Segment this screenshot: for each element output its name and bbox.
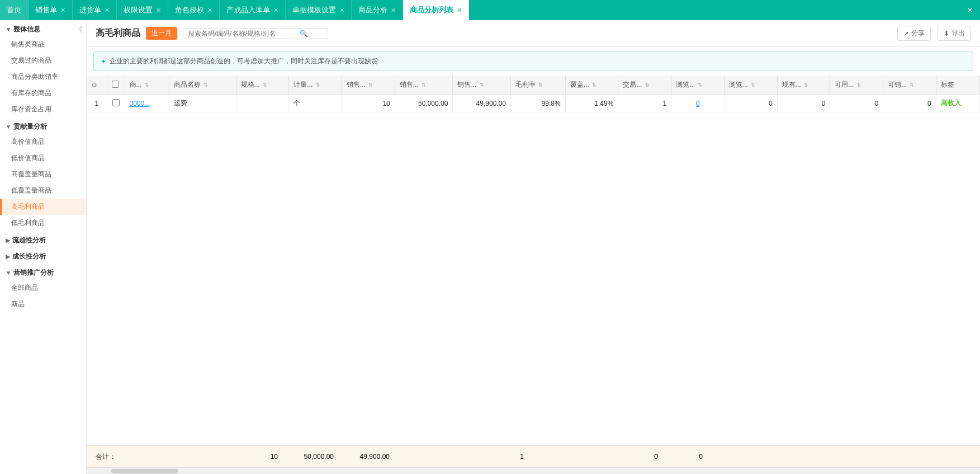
sidebar-item-all-goods[interactable]: 全部商品: [0, 280, 86, 296]
sidebar-item-high-value[interactable]: 高价值商品: [0, 134, 86, 150]
sidebar-item-low-coverage[interactable]: 低覆盖量商品: [0, 182, 86, 199]
sort-icon-code: ⇅: [145, 82, 149, 88]
td-code[interactable]: 0000...: [125, 95, 169, 112]
th-current[interactable]: 现有... ⇅: [777, 76, 830, 95]
sidebar-item-low-value[interactable]: 低价值商品: [0, 150, 86, 166]
th-sale-qty[interactable]: 销售... ⇅: [342, 76, 395, 95]
settings-icon[interactable]: ⚙: [91, 81, 97, 89]
tab-analysis[interactable]: 商品分析 ✕: [352, 0, 403, 20]
tab-products[interactable]: 产成品入库单 ✕: [220, 0, 286, 20]
td-sale-qty: 10: [342, 95, 395, 112]
close-tab-permissions[interactable]: ✕: [156, 7, 161, 14]
footer-available: 0: [662, 453, 707, 461]
sort-icon-browse2: ⇅: [751, 82, 755, 88]
content-header: 高毛利商品 近一月 🔍 ↗ 分享 ⬇ 导出: [87, 20, 980, 47]
th-name[interactable]: 商品名称 ⇅: [169, 76, 236, 95]
search-box: 🔍: [183, 28, 328, 39]
th-browse2[interactable]: 浏览... ⇅: [724, 76, 777, 95]
sidebar-group-marketing[interactable]: ▼ 营销推广分析: [0, 264, 86, 280]
sidebar-collapse-btn[interactable]: 《: [75, 25, 83, 35]
sidebar-item-traded-goods[interactable]: 交易过的商品: [0, 53, 86, 69]
arrow-growth: ▶: [6, 254, 10, 260]
tab-sales[interactable]: 销售单 ✕: [29, 0, 73, 20]
close-tab-templates[interactable]: ✕: [339, 7, 344, 14]
close-tab-purchase[interactable]: ✕: [105, 7, 110, 14]
share-icon: ↗: [903, 30, 909, 37]
sidebar: 《 ▼ 整体信息 销售类商品 交易过的商品 商品分类助销率 有库存的商品 库存资…: [0, 20, 87, 474]
th-sale-profit[interactable]: 销售... ⇅: [453, 76, 511, 95]
sidebar-item-high-coverage[interactable]: 高覆盖量商品: [0, 166, 86, 182]
th-browse1[interactable]: 浏览... ⇅: [671, 76, 725, 95]
sidebar-item-sales-goods[interactable]: 销售类商品: [0, 36, 86, 53]
close-tab-products[interactable]: ✕: [273, 7, 278, 14]
select-all-checkbox[interactable]: [112, 81, 119, 88]
th-trade[interactable]: 交易... ⇅: [618, 76, 671, 95]
td-tag: 高收入: [936, 95, 979, 112]
arrow-marketing: ▼: [6, 270, 11, 276]
footer-sale-amt: 50,000.00: [282, 453, 338, 461]
td-sale-profit: 49,900.00: [453, 95, 511, 112]
td-coverage: 1.49%: [565, 95, 618, 112]
sidebar-item-in-stock[interactable]: 有库存的商品: [0, 85, 86, 101]
arrow-general: ▼: [6, 26, 11, 32]
close-all-tabs[interactable]: ✕: [960, 0, 980, 20]
sidebar-item-stock-capital[interactable]: 库存资金占用: [0, 101, 86, 118]
search-icon[interactable]: 🔍: [300, 30, 308, 37]
sidebar-group-trend[interactable]: ▶ 流趋性分析: [0, 231, 86, 247]
sidebar-item-category-rate[interactable]: 商品分类助销率: [0, 69, 86, 85]
sidebar-group-growth[interactable]: ▶ 成长性分析: [0, 247, 86, 264]
row-checkbox[interactable]: [112, 99, 120, 106]
close-tab-analysis-list[interactable]: ✕: [457, 7, 462, 14]
footer-label: 合计：: [87, 452, 238, 462]
th-sale-amt[interactable]: 销售... ⇅: [395, 76, 453, 95]
tab-roles[interactable]: 角色授权 ✕: [168, 0, 220, 20]
info-icon: ✦: [101, 58, 106, 65]
sort-icon-salable: ⇅: [910, 82, 914, 88]
th-tag[interactable]: 标签: [936, 76, 979, 95]
footer-browse2: [573, 453, 618, 461]
close-tab-sales[interactable]: ✕: [60, 7, 65, 14]
sort-icon-sale-amt: ⇅: [422, 82, 426, 88]
sort-icon-spec: ⇅: [263, 82, 267, 88]
th-coverage[interactable]: 覆盖... ⇅: [565, 76, 618, 95]
arrow-trend: ▶: [6, 237, 10, 243]
th-available[interactable]: 可用... ⇅: [830, 76, 883, 95]
table-container[interactable]: ⚙ 商... ⇅ 商品名称 ⇅: [87, 76, 980, 445]
td-checkbox: [107, 95, 125, 112]
th-spec[interactable]: 规格... ⇅: [236, 76, 289, 95]
sidebar-item-new-goods[interactable]: 新品: [0, 296, 86, 312]
sidebar-item-high-margin[interactable]: 高毛利商品: [0, 199, 86, 215]
scroll-bar-area[interactable]: [87, 467, 980, 474]
th-settings[interactable]: ⚙: [87, 76, 107, 95]
tab-permissions[interactable]: 权限设置 ✕: [117, 0, 168, 20]
arrow-contribution: ▼: [6, 124, 11, 130]
close-tab-roles[interactable]: ✕: [207, 7, 212, 14]
export-btn[interactable]: ⬇ 导出: [938, 26, 971, 41]
th-unit[interactable]: 计量... ⇅: [289, 76, 342, 95]
th-gross-rate[interactable]: 毛利率 ⇅: [511, 76, 566, 95]
th-code[interactable]: 商... ⇅: [125, 76, 169, 95]
th-checkbox: [107, 76, 125, 95]
content-area: 高毛利商品 近一月 🔍 ↗ 分享 ⬇ 导出 ✦ 企业的主要的利润都是这部分商品创…: [87, 20, 980, 474]
tab-analysis-list[interactable]: 商品分析列表 ✕: [403, 0, 469, 20]
info-banner: ✦ 企业的主要的利润都是这部分商品创造的，可考虑加大推广，同时关注库存是不要出现…: [93, 51, 973, 71]
td-current: 0: [777, 95, 830, 112]
sidebar-item-low-margin[interactable]: 低毛利商品: [0, 215, 86, 231]
sort-icon-unit: ⇅: [316, 82, 320, 88]
sort-icon-trade: ⇅: [645, 82, 650, 88]
td-browse1[interactable]: 0: [671, 95, 725, 112]
search-input[interactable]: [188, 30, 300, 37]
share-btn[interactable]: ↗ 分享: [897, 26, 931, 41]
tab-templates[interactable]: 单据模板设置 ✕: [286, 0, 352, 20]
scroll-bar-thumb[interactable]: [111, 469, 178, 473]
sidebar-group-contribution[interactable]: ▼ 贡献量分析: [0, 118, 86, 134]
filter-month-btn[interactable]: 近一月: [146, 27, 177, 40]
tab-home[interactable]: 首页: [0, 0, 29, 20]
sort-icon-gross-rate: ⇅: [538, 82, 543, 88]
sidebar-group-general[interactable]: ▼ 整体信息: [0, 20, 86, 36]
table-row: 1 0000... 运费 个 10 50,000.00 49,900.00 99…: [87, 95, 980, 112]
close-tab-analysis[interactable]: ✕: [391, 7, 396, 14]
th-salable[interactable]: 可销... ⇅: [883, 76, 936, 95]
tab-purchase[interactable]: 进货单 ✕: [73, 0, 117, 20]
td-sale-amt: 50,000.00: [395, 95, 453, 112]
